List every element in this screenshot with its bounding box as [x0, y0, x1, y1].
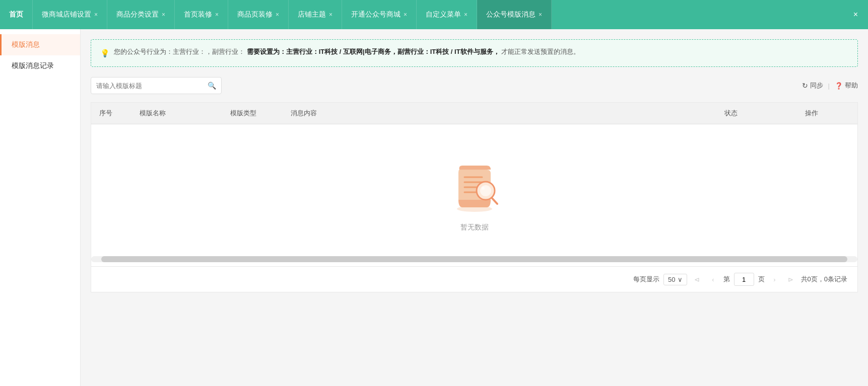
nav-tab-close-3[interactable]: × [215, 11, 219, 18]
data-table: 序号 模版名称 模版类型 消息内容 状态 操作 [91, 102, 858, 292]
empty-icon [444, 155, 505, 215]
help-label: 帮助 [845, 81, 858, 90]
main-layout: 模版消息模版消息记录 💡 您的公众号行业为：主营行业：，副营行业： 需要设置为：… [0, 29, 868, 386]
content-area: 💡 您的公众号行业为：主营行业：，副营行业： 需要设置为：主营行业：IT科技 /… [81, 29, 868, 386]
col-content: 消息内容 [283, 103, 716, 124]
notice-text: 您的公众号行业为：主营行业：，副营行业： 需要设置为：主营行业：IT科技 / 互… [114, 47, 580, 57]
per-page-select[interactable]: 50 ∨ [663, 274, 687, 285]
total-label: 共0页，0条记录 [801, 275, 847, 284]
scrollbar-thumb[interactable] [101, 256, 847, 262]
col-status: 状态 [716, 103, 797, 124]
help-circle-icon: ❓ [835, 82, 843, 90]
bulb-icon: 💡 [100, 47, 110, 59]
horizontal-scrollbar[interactable] [91, 256, 857, 262]
search-icon[interactable]: 🔍 [208, 82, 216, 90]
sidebar-item-0[interactable]: 模版消息 [0, 34, 80, 55]
search-input-wrapper[interactable]: 🔍 [91, 77, 222, 94]
sync-button[interactable]: ↻ 同步 [802, 81, 823, 90]
sync-icon: ↻ [802, 82, 808, 90]
table-header: 序号 模版名称 模版类型 消息内容 状态 操作 [91, 103, 857, 124]
nav-tab-4[interactable]: 商品页装修× [228, 0, 289, 29]
svg-line-7 [492, 198, 497, 204]
col-action: 操作 [797, 103, 857, 124]
nav-tab-8[interactable]: 公众号模版消息× [477, 0, 552, 29]
divider: | [828, 82, 830, 90]
nav-tab-6[interactable]: 开通公众号商城× [342, 0, 417, 29]
search-actions: ↻ 同步 | ❓ 帮助 [802, 81, 858, 90]
sidebar: 模版消息模版消息记录 [0, 29, 81, 386]
nav-tab-1[interactable]: 微商城店铺设置× [33, 0, 107, 29]
nav-tab-2[interactable]: 商品分类设置× [107, 0, 175, 29]
nav-tab-3[interactable]: 首页装修× [175, 0, 228, 29]
svg-point-8 [482, 187, 485, 190]
col-name: 模版名称 [131, 103, 222, 124]
page-label: 第 [723, 275, 730, 284]
notice-box: 💡 您的公众号行业为：主营行业：，副营行业： 需要设置为：主营行业：IT科技 /… [91, 39, 858, 67]
nav-tab-close-8[interactable]: × [539, 11, 542, 18]
prev-page-button[interactable]: ‹ [707, 273, 719, 285]
help-button[interactable]: ❓ 帮助 [835, 81, 858, 90]
last-page-button[interactable]: ⊳ [785, 273, 797, 285]
sidebar-item-1[interactable]: 模版消息记录 [0, 55, 80, 76]
sync-label: 同步 [810, 81, 823, 90]
svg-point-6 [480, 185, 491, 196]
nav-tab-close-7[interactable]: × [464, 11, 468, 18]
col-type: 模版类型 [222, 103, 283, 124]
top-navigation: 首页微商城店铺设置×商品分类设置×首页装修×商品页装修×店铺主题×开通公众号商城… [0, 0, 868, 29]
nav-tab-5[interactable]: 店铺主题× [289, 0, 342, 29]
nav-tab-0[interactable]: 首页 [0, 0, 33, 29]
nav-tab-close-2[interactable]: × [162, 11, 165, 18]
nav-tab-close-4[interactable]: × [276, 11, 279, 18]
empty-text: 暂无数据 [460, 223, 489, 232]
notice-highlight: 需要设置为：主营行业：IT科技 / 互联网|电子商务，副营行业：IT科技 / I… [247, 48, 500, 55]
per-page-label: 每页显示 [633, 275, 659, 284]
per-page-value: 50 [668, 276, 675, 283]
pagination: 每页显示 50 ∨ ⊲ ‹ 第 页 › ⊳ 共0页，0条记录 [91, 266, 857, 292]
search-bar: 🔍 ↻ 同步 | ❓ 帮助 [91, 77, 858, 94]
nav-tab-close-5[interactable]: × [329, 11, 332, 18]
empty-state: 暂无数据 [91, 124, 857, 252]
chevron-down-icon: ∨ [678, 276, 683, 283]
page-suffix: 页 [758, 275, 765, 284]
nav-tab-7[interactable]: 自定义菜单× [417, 0, 477, 29]
col-index: 序号 [91, 103, 131, 124]
close-all-button[interactable]: × [843, 0, 868, 29]
search-input[interactable] [96, 82, 208, 90]
first-page-button[interactable]: ⊲ [691, 273, 703, 285]
nav-tab-close-6[interactable]: × [404, 11, 407, 18]
next-page-button[interactable]: › [769, 273, 781, 285]
nav-tab-close-1[interactable]: × [94, 11, 98, 18]
page-input[interactable] [734, 273, 754, 286]
